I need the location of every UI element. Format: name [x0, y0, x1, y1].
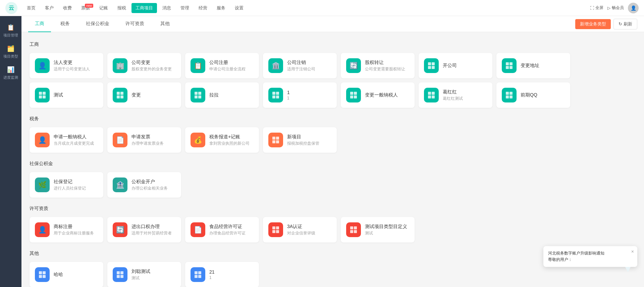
card-title: 变更 — [131, 92, 176, 98]
service-card[interactable]: 测试 — [30, 82, 103, 108]
nav-item-票据[interactable]: 票据new — [77, 3, 94, 13]
nav-item-工商项目[interactable]: 工商项目 — [131, 3, 157, 13]
sub-nav-tab-其他[interactable]: 其他 — [154, 16, 176, 32]
service-card[interactable]: 📋 公司注册 申请公司注册全流程 — [185, 53, 259, 78]
sub-nav-tab-社保公积金[interactable]: 社保公积金 — [79, 16, 116, 32]
nav-item-管理[interactable]: 管理 — [176, 3, 193, 13]
svg-rect-9 — [509, 66, 513, 69]
svg-rect-26 — [350, 92, 353, 95]
member-button[interactable]: ▷ 畅会员 — [607, 5, 624, 11]
service-card[interactable]: 1 1 — [263, 82, 337, 108]
card-title: 公司注册 — [209, 60, 254, 66]
sub-nav-tab-税务[interactable]: 税务 — [54, 16, 76, 32]
svg-rect-5 — [432, 66, 435, 69]
card-text: 测试 — [54, 92, 98, 98]
service-card[interactable]: 新项目 报税加税控盘保管 — [263, 127, 337, 153]
service-card[interactable]: 变更 — [107, 82, 181, 108]
refresh-button[interactable]: ↻ 刷新 — [613, 19, 637, 29]
service-card[interactable]: 🏦 公积金开户 办理公积金相关业务 — [107, 172, 181, 198]
sub-nav-tab-许可资质[interactable]: 许可资质 — [119, 16, 151, 32]
service-card[interactable]: 拉拉 — [185, 82, 259, 108]
service-card[interactable]: 葛红红 葛红红测试 — [419, 82, 492, 108]
fullscreen-label: 全屏 — [595, 5, 603, 11]
nav-item-设置[interactable]: 设置 — [231, 3, 248, 13]
card-description: 1 — [209, 275, 254, 280]
card-icon — [502, 88, 517, 102]
add-business-type-button[interactable]: 新增业务类型 — [575, 19, 611, 29]
service-card[interactable]: 3A认证 对企业信誉评级 — [263, 217, 337, 242]
card-title: 食品经营许可证 — [209, 224, 254, 230]
service-card[interactable]: 开公司 — [419, 53, 492, 78]
svg-rect-47 — [354, 226, 357, 229]
sidebar-item-进度监测[interactable]: 📊 进度监测 — [0, 62, 21, 83]
service-card[interactable]: 刘聪测试 测试 — [107, 262, 181, 287]
card-icon: 🔄 — [113, 222, 127, 237]
sidebar: 📋 项目管理 🗂️ 项目类型 📊 进度监测 — [0, 16, 21, 287]
fullscreen-button[interactable]: ⛶ 全屏 — [590, 5, 603, 11]
avatar[interactable]: 👤 — [628, 3, 639, 13]
nav-item-首页[interactable]: 首页 — [23, 3, 40, 13]
card-title: 法人变更 — [54, 60, 98, 66]
sidebar-item-项目类型[interactable]: 🗂️ 项目类型 — [0, 41, 21, 62]
nav-item-经营[interactable]: 经营 — [195, 3, 211, 13]
svg-rect-29 — [354, 95, 357, 98]
app-logo[interactable]: 云 — [5, 2, 17, 14]
card-description: 报税加税控盘保管 — [287, 141, 331, 146]
card-text: 公司变更 股权变更外的业务变更 — [131, 60, 176, 72]
card-icon — [35, 88, 50, 102]
svg-rect-17 — [120, 95, 123, 98]
sidebar-icon: 📋 — [7, 23, 15, 31]
nav-item-服务[interactable]: 服务 — [213, 3, 229, 13]
service-card[interactable]: 👤 申请一般纳税人 当月或次月成变更完成 — [30, 127, 103, 153]
nav-item-记账[interactable]: 记账 — [95, 3, 112, 13]
service-card[interactable]: 变更地址 — [496, 53, 570, 78]
service-card[interactable]: 🔄 股权转让 公司变更需要股权转让 — [341, 53, 415, 78]
section-title: 税务 — [30, 116, 636, 122]
fullscreen-icon: ⛶ — [590, 6, 594, 10]
svg-text:云: 云 — [9, 5, 14, 11]
svg-rect-36 — [506, 95, 509, 98]
nav-item-收费[interactable]: 收费 — [59, 3, 76, 13]
service-card[interactable]: 21 1 — [185, 262, 259, 287]
svg-rect-44 — [272, 230, 275, 233]
nav-item-报税[interactable]: 报税 — [113, 3, 130, 13]
card-description: 1 — [287, 96, 331, 100]
card-icon — [268, 88, 283, 102]
nav-right: ⛶ 全屏 ▷ 畅会员 👤 — [590, 3, 639, 13]
nav-item-客户[interactable]: 客户 — [41, 3, 58, 13]
service-card[interactable]: 🌿 社保登记 进行人员社保登记 — [30, 172, 103, 198]
card-icon — [35, 267, 50, 282]
card-icon — [113, 267, 127, 282]
service-card[interactable]: 🏢 公司变更 股权变更外的业务变更 — [107, 53, 181, 78]
service-card[interactable]: 📄 申请发票 办理申请发票业务 — [107, 127, 181, 153]
card-text: 税务报道+记账 拿到营业执照的新公司 — [209, 134, 254, 146]
notification-close-button[interactable]: × — [631, 249, 634, 254]
svg-rect-28 — [350, 95, 353, 98]
service-card[interactable]: 🔄 进出口权办理 适用于对外贸易经营者 — [107, 217, 181, 242]
sidebar-item-项目管理[interactable]: 📋 项目管理 — [0, 20, 21, 41]
service-card[interactable]: 哈哈 — [30, 262, 103, 287]
svg-rect-14 — [117, 92, 120, 95]
svg-rect-61 — [198, 275, 201, 278]
service-card[interactable]: 👤 法人变更 适用于公司变更法人 — [30, 53, 103, 78]
sub-nav-right: 新增业务类型 ↻ 刷新 — [575, 19, 637, 29]
card-title: 测试 — [54, 92, 98, 98]
svg-rect-40 — [272, 140, 275, 143]
card-text: 变更地址 — [521, 63, 565, 69]
nav-item-消息[interactable]: 消息 — [158, 3, 175, 13]
card-icon — [424, 58, 439, 73]
service-card[interactable]: 📄 食品经营许可证 办理食品经营许可证 — [185, 217, 259, 242]
service-card[interactable]: 👤 商标注册 用于企业商标注册服务 — [30, 217, 103, 242]
svg-rect-25 — [276, 95, 279, 98]
service-card[interactable]: 测试项目类型目定义 测试 — [341, 217, 415, 242]
service-card[interactable]: 变更一般纳税人 — [341, 82, 415, 108]
service-card[interactable]: 前期QQ — [496, 82, 570, 108]
section-title: 许可资质 — [30, 206, 636, 212]
service-card[interactable]: 🏛️ 公司注销 适用于注销公司 — [263, 53, 337, 78]
sub-nav-tab-工商[interactable]: 工商 — [28, 16, 51, 32]
card-text: 社保登记 进行人员社保登记 — [54, 179, 98, 191]
card-title: 变更一般纳税人 — [365, 92, 409, 98]
card-icon — [424, 88, 439, 102]
card-icon — [191, 88, 205, 102]
service-card[interactable]: 💰 税务报道+记账 拿到营业执照的新公司 — [185, 127, 259, 153]
